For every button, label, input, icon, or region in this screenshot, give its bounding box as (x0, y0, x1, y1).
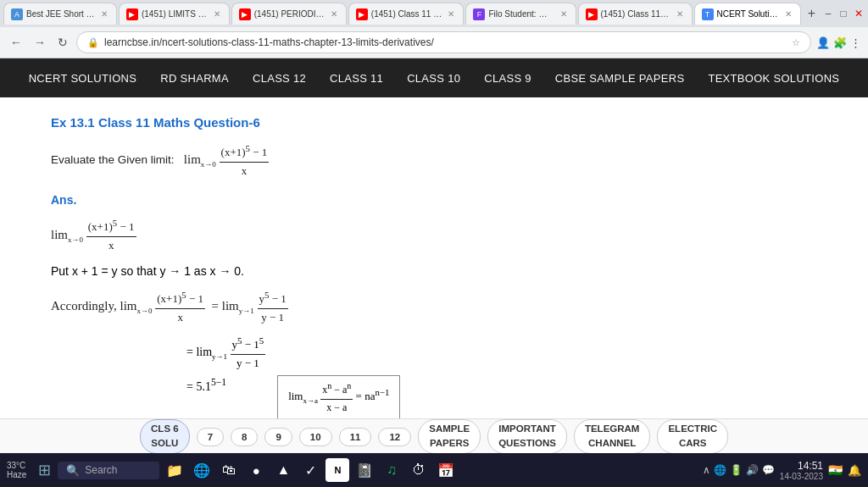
nav-cbse-sample[interactable]: CBSE SAMPLE PAPERS (555, 72, 685, 85)
chip-11[interactable]: 11 (339, 428, 372, 446)
tab-jee[interactable]: A Best JEE Short N... ✕ (3, 3, 117, 25)
site-nav: NCERT SOLUTIONS RD SHARMA CLASS 12 CLASS… (0, 58, 868, 97)
tray-show-hidden[interactable]: ∧ (703, 464, 710, 476)
chip-important-questions[interactable]: IMPORTANT QUESTIONS (487, 419, 567, 454)
url-box[interactable]: 🔒 learncbse.in/ncert-solutions-class-11-… (76, 31, 811, 53)
taskbar-search[interactable]: 🔍 Search (58, 462, 159, 479)
nav-class-11[interactable]: CLASS 11 (330, 72, 383, 85)
tab-close-class11c[interactable]: ✕ (446, 9, 456, 19)
bookmark-icon[interactable]: ☆ (792, 37, 800, 48)
bottom-bar: CLS 6 SOLU 7 8 9 10 11 12 SAMPLE PAPERS … (0, 418, 868, 454)
taskbar-right: ∧ 🌐 🔋 🔊 💬 14:51 14-03-2023 🇮🇳 🔔 (703, 460, 861, 481)
nav-class-10[interactable]: CLASS 10 (407, 72, 460, 85)
tab-class11h[interactable]: ▶ (1451) Class 11 h... ✕ (578, 3, 693, 25)
question-text: Evaluate the Given limit: limx→0 (x+1)5 … (51, 141, 817, 180)
tab-favicon-class11c: ▶ (356, 8, 368, 20)
time-block: 14:51 14-03-2023 (780, 460, 823, 481)
chip-telegram[interactable]: TELEGRAM CHANNEL (574, 419, 651, 454)
tab-close-periodic[interactable]: ✕ (329, 9, 339, 19)
tab-filo[interactable]: F Filo Student: Wo... ✕ (465, 3, 576, 25)
tab-label-limits: (1451) LIMITS in... (142, 9, 209, 19)
search-label: Search (85, 464, 117, 476)
taskbar-store[interactable]: 🛍 (217, 458, 241, 482)
chip-9[interactable]: 9 (264, 428, 292, 446)
taskbar-app9[interactable]: ⏱ (407, 458, 431, 482)
nav-class-12[interactable]: CLASS 12 (253, 72, 306, 85)
taskbar: 33°C Haze ⊞ 🔍 Search 📁 🌐 🛍 ● ▲ ✓ N 📓 ♫ ⏱… (0, 453, 868, 487)
tab-close-filo[interactable]: ✕ (559, 9, 569, 19)
chip-12[interactable]: 12 (378, 428, 411, 446)
chip-10-label: 10 (310, 432, 321, 442)
taskbar-calendar[interactable]: 📅 (434, 458, 458, 482)
clock-date: 14-03-2023 (780, 472, 823, 481)
chip-cls6-solu[interactable]: CLS 6 SOLU (140, 419, 190, 454)
tab-class11c[interactable]: ▶ (1451) Class 11 C... ✕ (348, 3, 465, 25)
step3: = 5.15−1 (186, 375, 226, 396)
chip-10[interactable]: 10 (299, 428, 332, 446)
tray-notification[interactable]: 💬 (762, 464, 775, 476)
tray-battery[interactable]: 🔋 (730, 464, 743, 476)
nav-textbook-solutions[interactable]: TEXTBOOK SOLUTIONS (708, 72, 839, 85)
step3-row: = 5.15−1 limx→a xn − an x − a = nan−1 (51, 375, 817, 418)
back-button[interactable]: ← (7, 34, 25, 51)
first-limit: limx→0 (x+1)5 − 1 x (51, 216, 817, 255)
taskbar-left: 33°C Haze ⊞ 🔍 Search 📁 🌐 🛍 ● ▲ ✓ N 📓 ♫ ⏱… (7, 458, 699, 482)
tab-periodic[interactable]: ▶ (1451) PERIODIC... ✕ (231, 3, 347, 25)
notification-bell[interactable]: 🔔 (848, 464, 861, 477)
url-text: learncbse.in/ncert-solutions-class-11-ma… (104, 36, 787, 48)
profile-icon[interactable]: 👤 (816, 36, 830, 49)
tab-close-class11h[interactable]: ✕ (675, 9, 685, 19)
weather-condition: Haze (7, 470, 26, 479)
reload-button[interactable]: ↻ (54, 34, 71, 51)
tray-volume[interactable]: 🔊 (746, 464, 759, 476)
tab-close-ncert[interactable]: ✕ (783, 9, 793, 19)
tab-ncert-active[interactable]: T NCERT Solutions ✕ (694, 3, 801, 25)
accordingly-block: Accordingly, limx→0 (x+1)5 − 1 x = limy→… (51, 288, 817, 327)
extensions-icon[interactable]: 🧩 (833, 36, 847, 49)
tab-favicon-ncert: T (702, 8, 714, 20)
chip-cls6-line2: SOLU (151, 438, 178, 450)
chip-cls6-line1: CLS 6 (151, 423, 179, 435)
taskbar-app5[interactable]: ▲ (271, 458, 295, 482)
question-title: Ex 13.1 Class 11 Maths Question-6 (51, 113, 817, 133)
tab-label-class11c: (1451) Class 11 C... (371, 9, 443, 19)
start-button[interactable]: ⊞ (35, 459, 54, 481)
tray-flag[interactable]: 🇮🇳 (828, 463, 843, 477)
maximize-button[interactable]: □ (837, 8, 849, 19)
taskbar-app6[interactable]: ✓ (298, 458, 322, 482)
accordingly-label: Accordingly, limx→0 (x+1)5 − 1 x = limy→… (51, 288, 288, 327)
chip-7-label: 7 (208, 432, 213, 442)
chip-sample-papers[interactable]: SAMPLE PAPERS (418, 419, 481, 454)
taskbar-edge[interactable]: 🌐 (190, 458, 214, 482)
taskbar-file-explorer[interactable]: 📁 (163, 458, 186, 482)
forward-button[interactable]: → (31, 34, 49, 51)
taskbar-spotify[interactable]: ♫ (380, 458, 403, 482)
tab-close-limits[interactable]: ✕ (212, 9, 222, 19)
taskbar-onenote[interactable]: 📓 (353, 458, 376, 482)
tab-favicon-class11h: ▶ (586, 8, 598, 20)
minimize-button[interactable]: – (822, 8, 834, 19)
chip-7[interactable]: 7 (197, 428, 224, 446)
weather-block: 33°C Haze (7, 461, 26, 479)
nav-rd-sharma[interactable]: RD SHARMA (160, 72, 229, 85)
clock-time: 14:51 (780, 460, 823, 472)
chip-8[interactable]: 8 (231, 428, 258, 446)
taskbar-notion[interactable]: N (326, 458, 349, 482)
chip-9-label: 9 (275, 432, 281, 442)
tab-bar: A Best JEE Short N... ✕ ▶ (1451) LIMITS … (0, 0, 868, 27)
tab-label-class11h: (1451) Class 11 h... (601, 9, 671, 19)
chip-electric-cars[interactable]: ELECTRIC CARS (657, 419, 728, 454)
close-button[interactable]: ✕ (853, 8, 865, 19)
tray-globe[interactable]: 🌐 (714, 464, 726, 476)
tab-limits[interactable]: ▶ (1451) LIMITS in... ✕ (119, 3, 230, 25)
menu-icon[interactable]: ⋮ (850, 36, 861, 49)
chip-important-line1: IMPORTANT (498, 423, 556, 435)
nav-ncert-solutions[interactable]: NCERT SOLUTIONS (29, 72, 137, 85)
ans-label: Ans. (51, 191, 817, 209)
tab-close-jee[interactable]: ✕ (99, 9, 109, 19)
main-content: Ex 13.1 Class 11 Maths Question-6 Evalua… (0, 97, 868, 418)
new-tab-button[interactable]: + (803, 6, 821, 21)
tab-label-ncert: NCERT Solutions (717, 9, 780, 19)
nav-class-9[interactable]: CLASS 9 (484, 72, 531, 85)
taskbar-chrome[interactable]: ● (244, 458, 268, 482)
